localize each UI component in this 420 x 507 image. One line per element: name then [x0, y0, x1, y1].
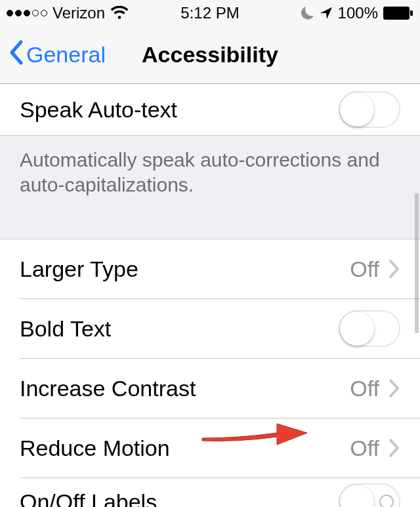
- chevron-right-icon: [388, 438, 400, 458]
- row-increase-contrast[interactable]: Increase Contrast Off: [0, 359, 420, 418]
- row-value: Off: [350, 436, 379, 461]
- chevron-left-icon: [8, 39, 24, 71]
- svg-rect-1: [410, 10, 413, 16]
- location-icon: [320, 7, 333, 20]
- row-label: On/Off Labels: [20, 489, 339, 508]
- row-label: Bold Text: [20, 316, 339, 342]
- row-onoff-labels[interactable]: On/Off Labels: [0, 478, 420, 507]
- status-bar: Verizon 5:12 PM 100%: [0, 0, 420, 26]
- clock: 5:12 PM: [180, 4, 239, 22]
- chevron-right-icon: [388, 259, 400, 279]
- battery-icon: [383, 7, 413, 20]
- row-larger-type[interactable]: Larger Type Off: [0, 239, 420, 298]
- scrollbar[interactable]: [415, 193, 419, 333]
- row-value: Off: [350, 376, 379, 401]
- row-label: Larger Type: [20, 256, 350, 282]
- row-bold-text[interactable]: Bold Text: [0, 299, 420, 358]
- row-label: Speak Auto-text: [20, 97, 339, 123]
- battery-percent: 100%: [338, 4, 378, 22]
- wifi-icon: [110, 6, 129, 20]
- page-title: Accessibility: [142, 42, 278, 68]
- back-button[interactable]: General: [8, 39, 106, 71]
- section-footer: Automatically speak auto-corrections and…: [0, 136, 420, 216]
- row-label: Increase Contrast: [20, 376, 350, 401]
- svg-rect-0: [383, 7, 410, 20]
- nav-bar: General Accessibility: [0, 26, 420, 84]
- toggle-onoff-labels[interactable]: [339, 483, 400, 507]
- status-right: 100%: [301, 4, 413, 22]
- chevron-right-icon: [388, 378, 400, 398]
- row-speak-auto-text[interactable]: Speak Auto-text: [0, 84, 420, 135]
- signal-strength-icon: [7, 10, 47, 16]
- carrier-label: Verizon: [52, 4, 105, 22]
- row-label: Reduce Motion: [20, 436, 350, 461]
- status-left: Verizon: [7, 4, 129, 22]
- back-label: General: [26, 42, 106, 68]
- toggle-bold-text[interactable]: [339, 310, 400, 347]
- toggle-speak-auto-text[interactable]: [339, 91, 400, 128]
- row-reduce-motion[interactable]: Reduce Motion Off: [0, 418, 420, 477]
- do-not-disturb-icon: [301, 6, 314, 20]
- row-value: Off: [350, 256, 379, 282]
